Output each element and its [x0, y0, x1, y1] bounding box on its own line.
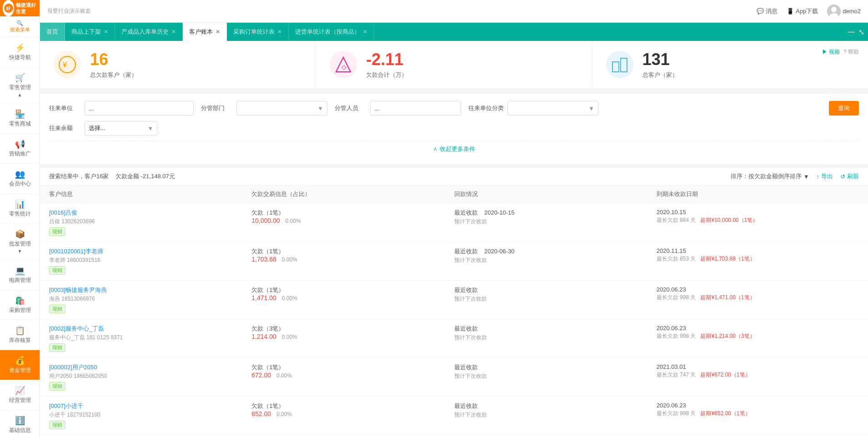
- branch-person-input[interactable]: ...: [370, 101, 461, 116]
- page-content: ¥ 16 总欠款客户（家） ◇ -2.11 欠款合计（万）: [40, 41, 868, 437]
- due-date-cell: 2020.10.15 最长欠款 884 天 超期¥10,000.00（1笔）: [657, 209, 859, 224]
- customer-name-link[interactable]: [0001020001]李老师: [49, 247, 251, 256]
- stats-bar: ¥ 16 总欠款客户（家） ◇ -2.11 欠款合计（万）: [40, 41, 868, 88]
- tab-close-icon-2[interactable]: ✕: [171, 29, 176, 35]
- video-help-button[interactable]: ▶ 视频: [822, 48, 840, 56]
- unit-category-select[interactable]: ▼: [507, 101, 598, 116]
- sidebar-item-retail-mall[interactable]: 🏪 零售商城: [0, 104, 40, 134]
- customer-name-link[interactable]: [0016]吕俊: [49, 209, 251, 217]
- tab-purchase-summary[interactable]: 采购订单统计表 ✕: [227, 23, 289, 41]
- overdue-amount-link[interactable]: 超期¥1,214.00（3笔）: [700, 333, 755, 339]
- sidebar-item-ecommerce[interactable]: 💻 电商管理: [0, 260, 40, 290]
- customer-info-cell: [0002]服务中心_丁磊 服务中心_丁磊 181 0125 8371 现销: [49, 325, 251, 352]
- chevron-down-icon-dept: ▼: [317, 105, 323, 112]
- export-button[interactable]: ↑ 导出: [817, 172, 833, 181]
- help-icon: ?: [843, 49, 847, 55]
- col-customer-info: 客户信息: [49, 190, 251, 198]
- due-date: 2020.06.23: [657, 325, 859, 332]
- customer-name-link[interactable]: [0002]服务中心_丁磊: [49, 325, 251, 333]
- overdue-days: 最长欠款 998 天 超期¥1,214.00（3笔）: [657, 332, 859, 340]
- refresh-button[interactable]: ↺ 刷新: [840, 172, 859, 181]
- last-payment: 最近收款: [454, 402, 657, 410]
- balance-select[interactable]: 选择... ▼: [85, 121, 157, 136]
- sidebar-item-marketing[interactable]: 📢 营销推广: [0, 134, 40, 164]
- tabs-maximize-icon[interactable]: ⤡: [858, 28, 864, 36]
- overdue-days: 最长欠款 884 天 超期¥10,000.00（1笔）: [657, 216, 859, 224]
- tab-close-icon-3[interactable]: ✕: [216, 29, 220, 35]
- total-customers-icon: [606, 51, 633, 78]
- overdue-amount-link[interactable]: 超期¥1,703.68（1笔）: [700, 256, 755, 262]
- logo-text: 畅捷通好生意: [16, 2, 37, 15]
- overdue-days: 最长欠款 998 天 超期¥1,471.00（1笔）: [657, 294, 859, 301]
- sidebar-item-retail-mgmt[interactable]: 🛒 零售管理 ▲: [0, 67, 40, 104]
- collapse-more-button[interactable]: ∧ 收起更多条件: [49, 141, 859, 157]
- next-payment: 预计下次收款: [454, 256, 657, 264]
- tab-inbound-summary[interactable]: 进货单统计表（按商品） ✕: [289, 23, 374, 41]
- balance-label: 往来余额: [49, 124, 81, 132]
- customer-info-cell: [0007]小进千 小进千 18279152100 现销: [49, 402, 251, 429]
- video-icon: ▶: [822, 49, 828, 55]
- customer-contact: 李老师 18600391516: [49, 256, 251, 264]
- tab-home[interactable]: 首页: [40, 23, 65, 41]
- tabs-minimize-icon[interactable]: —: [848, 28, 855, 36]
- sidebar-search-item[interactable]: 🔍 搜索菜单: [0, 16, 40, 37]
- sort-select[interactable]: 排序：按欠款金额倒序排序 ▼: [731, 172, 809, 181]
- company-label: 母婴行业演示账套: [47, 7, 91, 15]
- overdue-amount-link[interactable]: 超期¥652.00（1笔）: [700, 410, 750, 417]
- tab-production-history[interactable]: 产成品入库单历史 ✕: [115, 23, 183, 41]
- debt-ratio: 0.00%: [282, 256, 297, 263]
- sidebar-item-member-center[interactable]: 👥 会员中心: [0, 164, 40, 194]
- last-payment: 最近收款 2020-10-15: [454, 209, 657, 217]
- table-row: [0001020001]李老师 李老师 18600391516 现销 欠款（1笔…: [40, 242, 868, 281]
- customer-name-link[interactable]: [000002]用户2050: [49, 363, 251, 372]
- sidebar-item-basic-info[interactable]: ℹ️ 基础信息: [0, 410, 40, 437]
- tab-customer-account[interactable]: 客户账本 ✕: [183, 23, 227, 41]
- tab-product-shelf[interactable]: 商品上下架 ✕: [65, 23, 115, 41]
- due-date-cell: 2021.03.01 最长欠款 747 天 超期¥672.00（1笔）: [657, 363, 859, 379]
- customer-name-link[interactable]: [0007]小进千: [49, 402, 251, 410]
- debt-count: 欠款（1笔）: [251, 286, 454, 294]
- sidebar-item-purchase-mgmt[interactable]: 🛍️ 采购管理: [0, 290, 40, 320]
- debt-info-cell: 欠款（1笔） 10,000.00 0.00%: [251, 209, 454, 224]
- tab-close-icon-5[interactable]: ✕: [363, 29, 367, 35]
- overdue-customers-label: 总欠款客户（家）: [90, 71, 302, 79]
- due-date: 2020.06.23: [657, 402, 859, 409]
- avatar: [827, 5, 841, 18]
- export-icon: ↑: [817, 173, 820, 180]
- overdue-amount-link[interactable]: 超期¥672.00（1笔）: [700, 372, 750, 378]
- svg-rect-9: [612, 62, 619, 72]
- debt-ratio: 0.00%: [282, 295, 297, 301]
- overdue-customers-value: 16: [90, 50, 302, 69]
- customer-name-link[interactable]: [0003]畅捷服务尹海燕: [49, 286, 251, 294]
- query-button[interactable]: 查询: [829, 101, 859, 116]
- overdue-amount-link[interactable]: 超期¥10,000.00（1笔）: [700, 217, 758, 223]
- last-payment: 最近收款: [454, 325, 657, 333]
- sidebar-item-operations[interactable]: 📈 经营管理: [0, 380, 40, 410]
- sidebar-item-inventory[interactable]: 📋 库存核算: [0, 320, 40, 350]
- customer-tag: 现销: [49, 305, 65, 313]
- sidebar-item-retail-stats[interactable]: 📊 零售统计: [0, 194, 40, 224]
- app-download-button[interactable]: 📱 App下载: [787, 7, 818, 15]
- customer-info-cell: [0001020001]李老师 李老师 18600391516 现销: [49, 247, 251, 275]
- message-button[interactable]: 💬 消息: [757, 7, 778, 15]
- tab-close-icon-4[interactable]: ✕: [277, 29, 282, 35]
- sidebar-item-batch-mgmt[interactable]: 📦 批发管理 ▼: [0, 224, 40, 260]
- from-unit-input[interactable]: ...: [85, 101, 194, 116]
- member-center-icon: 👥: [0, 169, 40, 179]
- tab-close-icon[interactable]: ✕: [104, 29, 108, 35]
- branch-dept-select[interactable]: ▼: [236, 101, 327, 116]
- basic-info-icon: ℹ️: [0, 416, 40, 426]
- table-row: [0006]去下粮仓 陈小希 现销 欠款（1笔） 455.90 0.00% 最近…: [40, 435, 868, 437]
- user-menu[interactable]: demo2: [827, 5, 861, 18]
- customer-contact: 用户2050 18665062050: [49, 372, 251, 380]
- marketing-icon: 📢: [0, 139, 40, 149]
- sidebar-item-quick-nav[interactable]: ⚡ 快捷导航: [0, 37, 40, 67]
- help-button[interactable]: ? 帮助: [843, 48, 859, 56]
- chevron-down-icon-category: ▼: [588, 105, 594, 112]
- stat-total-customers: 131 总客户（家） ▶ 视频 ? 帮助: [592, 41, 868, 88]
- sidebar-item-finance[interactable]: 💰 资金管理: [0, 350, 40, 380]
- debt-info-cell: 欠款（1笔） 652.00 0.00%: [251, 402, 454, 417]
- overdue-days: 最长欠款 998 天 超期¥652.00（1笔）: [657, 410, 859, 417]
- overdue-amount-link[interactable]: 超期¥1,471.00（1笔）: [700, 294, 755, 301]
- overdue-amount-icon: ◇: [330, 51, 357, 78]
